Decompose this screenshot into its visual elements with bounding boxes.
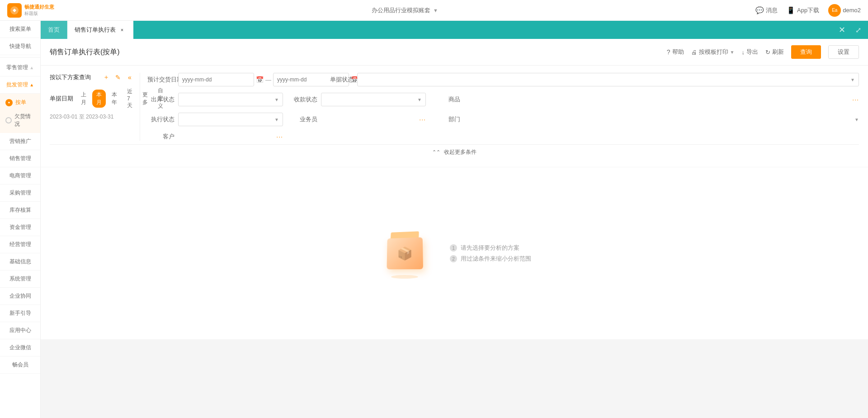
user-avatar-btn[interactable]: Ea demo2 xyxy=(828,4,861,17)
customer-field: 客户 ··· xyxy=(147,133,283,141)
app-download-btn[interactable]: 📱 App下载 xyxy=(787,6,819,14)
receipt-status-field: 收款状态 ▼ xyxy=(290,93,426,106)
empty-text-list: 1 请先选择要分析的方案 2 用过滤条件来缩小分析范围 xyxy=(450,242,531,264)
sidebar-quick-nav[interactable]: 快捷导航 xyxy=(0,38,40,55)
sidebar-item-wholesale[interactable]: 批发管理 ▲ xyxy=(0,76,40,94)
dept-arrow: ▼ xyxy=(854,117,859,122)
doc-status-arrow: ▼ xyxy=(850,77,855,82)
tab-maximize-btn[interactable]: ⤢ xyxy=(852,24,864,36)
left-filter-icons: ＋ ✎ « xyxy=(102,73,134,82)
customer-picker-btn[interactable]: ··· xyxy=(276,133,283,140)
sidebar-item-basic[interactable]: 基础信息 xyxy=(0,253,40,271)
top-header: 畅捷通好生意 标题版 办公用品行业模拟账套 ▼ 💬 消息 📱 App下载 Ea … xyxy=(0,0,868,21)
date-filter-section: 单据日期 上月 本月 本年 近7天 更多 自定义 2023-03-01 至 20… xyxy=(50,86,134,121)
empty-step-1: 1 请先选择要分析的方案 xyxy=(450,242,531,253)
page-content: 销售订单执行表(按单) ? 帮助 🖨 按模板打印 ▼ ↓ 导出 xyxy=(41,39,868,418)
goods-field: 商品 ··· xyxy=(433,95,859,104)
empty-illustration: 📦 xyxy=(377,226,432,280)
sidebar-item-inventory[interactable]: 库存核算 xyxy=(0,202,40,219)
nav-title-area[interactable]: 办公用品行业模拟账套 ▼ xyxy=(372,6,438,14)
sidebar: 搜索菜单 快捷导航 零售管理 ▲ 批发管理 ▲ ● 按单 欠货情况 营销推广 xyxy=(0,21,41,418)
empty-state-inner: 📦 1 请先选择要分析的方案 2 用过滤条件来缩小分析范围 xyxy=(377,226,531,280)
form-row-4: 客户 ··· xyxy=(147,133,859,141)
delivery-date-start[interactable] xyxy=(178,73,254,86)
page-title: 销售订单执行表(按单) xyxy=(50,48,120,63)
date-tag-7days[interactable]: 近7天 xyxy=(123,86,137,111)
form-row-1: 预计交货日期 📅 — 📅 xyxy=(147,73,859,86)
sub-nav-order-icon: ● xyxy=(5,99,13,106)
sidebar-item-ecommerce[interactable]: 电商管理 xyxy=(0,167,40,185)
salesperson-picker-btn[interactable]: ··· xyxy=(419,116,426,123)
delivery-status-arrow: ▼ xyxy=(274,97,279,102)
sidebar-item-member[interactable]: 畅会员 xyxy=(0,356,40,374)
tab-close-window-btn[interactable]: ✕ xyxy=(835,24,848,36)
tab-bar-actions: ✕ ⤢ xyxy=(835,24,868,36)
exec-status-arrow: ▼ xyxy=(274,117,279,122)
sub-nav: ● 按单 欠货情况 xyxy=(0,94,40,133)
expected-delivery-field: 预计交货日期 📅 — 📅 xyxy=(147,73,319,86)
date-tag-current-month[interactable]: 本月 xyxy=(92,90,106,108)
sidebar-search-menu[interactable]: 搜索菜单 xyxy=(0,21,40,38)
header-left: 畅捷通好生意 标题版 xyxy=(7,3,54,18)
header-right: 💬 消息 📱 App下载 Ea demo2 xyxy=(755,4,861,17)
filter-section: 按以下方案查询 ＋ ✎ « 单据日期 上月 xyxy=(50,73,859,141)
date-filter-row: 单据日期 上月 本月 本年 近7天 更多 自定义 xyxy=(50,86,134,111)
avatar: Ea xyxy=(828,4,841,17)
sidebar-item-system[interactable]: 系统管理 xyxy=(0,271,40,288)
goods-picker-btn[interactable]: ··· xyxy=(852,96,859,103)
sidebar-item-purchase[interactable]: 采购管理 xyxy=(0,185,40,202)
date-tag-current-year[interactable]: 本年 xyxy=(108,90,121,108)
sidebar-item-marketing[interactable]: 营销推广 xyxy=(0,133,40,150)
delivery-status-select[interactable]: ▼ xyxy=(178,93,283,106)
tab-sales-order[interactable]: 销售订单执行表 × xyxy=(67,21,133,39)
sidebar-item-operations[interactable]: 经营管理 xyxy=(0,236,40,253)
tab-home[interactable]: 首页 xyxy=(41,21,67,39)
sidebar-item-retail[interactable]: 零售管理 ▲ xyxy=(0,59,40,76)
collapse-conditions-btn[interactable]: ⌃⌃ 收起更多条件 xyxy=(50,144,859,160)
doc-status-field: 单据状态 ▼ xyxy=(326,73,859,86)
form-row-2: 出库状态 ▼ 收款状态 ▼ xyxy=(147,93,859,106)
form-row-3: 执行状态 ▼ 业务员 ··· xyxy=(147,113,859,126)
date-tag-last-month[interactable]: 上月 xyxy=(77,90,90,108)
export-btn[interactable]: ↓ 导出 xyxy=(742,48,759,56)
add-scheme-btn[interactable]: ＋ xyxy=(102,73,111,82)
sidebar-item-finance[interactable]: 资金管理 xyxy=(0,219,40,236)
logo-area: 畅捷通好生意 标题版 xyxy=(7,3,54,18)
settings-btn[interactable]: 设置 xyxy=(828,45,859,59)
salesperson-field: 业务员 ··· xyxy=(290,115,426,124)
exec-status-field: 执行状态 ▼ xyxy=(147,113,283,126)
sub-nav-debt-icon xyxy=(5,117,12,124)
calendar-icon-start[interactable]: 📅 xyxy=(256,76,264,83)
logo-icon xyxy=(7,3,22,18)
logo-text: 畅捷通好生意 标题版 xyxy=(24,4,54,17)
search-btn[interactable]: 查询 xyxy=(791,45,821,59)
receipt-status-select[interactable]: ▼ xyxy=(321,93,426,106)
department-field: 部门 ▼ xyxy=(433,115,859,124)
main-layout: 搜索菜单 快捷导航 零售管理 ▲ 批发管理 ▲ ● 按单 欠货情况 营销推广 xyxy=(0,21,868,418)
refresh-btn[interactable]: ↻ 刷新 xyxy=(765,48,784,56)
search-panel: 按以下方案查询 ＋ ✎ « 单据日期 上月 xyxy=(41,66,868,167)
doc-status-select[interactable]: ▼ xyxy=(357,73,859,86)
help-btn[interactable]: ? 帮助 xyxy=(667,48,684,56)
messages-btn[interactable]: 💬 消息 xyxy=(755,6,778,14)
receipt-status-arrow: ▼ xyxy=(417,97,422,102)
content-area: 首页 销售订单执行表 × ✕ ⤢ 销售订单执行表(按单) ? 帮助 xyxy=(41,21,868,418)
sidebar-item-appcenter[interactable]: 应用中心 xyxy=(0,322,40,339)
left-filter: 按以下方案查询 ＋ ✎ « 单据日期 上月 xyxy=(50,73,140,141)
sub-nav-order[interactable]: ● 按单 xyxy=(0,95,40,109)
tab-close-btn[interactable]: × xyxy=(118,26,126,33)
left-filter-header: 按以下方案查询 ＋ ✎ « xyxy=(50,73,134,82)
nav-dropdown-icon[interactable]: ▼ xyxy=(433,8,438,13)
page-title-bar: 销售订单执行表(按单) ? 帮助 🖨 按模板打印 ▼ ↓ 导出 xyxy=(41,39,868,66)
exec-status-select[interactable]: ▼ xyxy=(178,113,283,126)
sidebar-item-enterprise[interactable]: 企业协同 xyxy=(0,288,40,305)
sidebar-item-newuser[interactable]: 新手引导 xyxy=(0,305,40,322)
sidebar-item-wechat[interactable]: 企业微信 xyxy=(0,339,40,356)
edit-scheme-btn[interactable]: ✎ xyxy=(113,73,123,82)
print-btn[interactable]: 🖨 按模板打印 ▼ xyxy=(691,48,735,56)
sub-nav-debt[interactable]: 欠货情况 xyxy=(0,109,40,131)
tab-bar: 首页 销售订单执行表 × ✕ ⤢ xyxy=(41,21,868,39)
sidebar-item-sales[interactable]: 销售管理 xyxy=(0,150,40,167)
form-section: 预计交货日期 📅 — 📅 xyxy=(140,73,859,141)
collapse-left-btn[interactable]: « xyxy=(125,73,134,82)
